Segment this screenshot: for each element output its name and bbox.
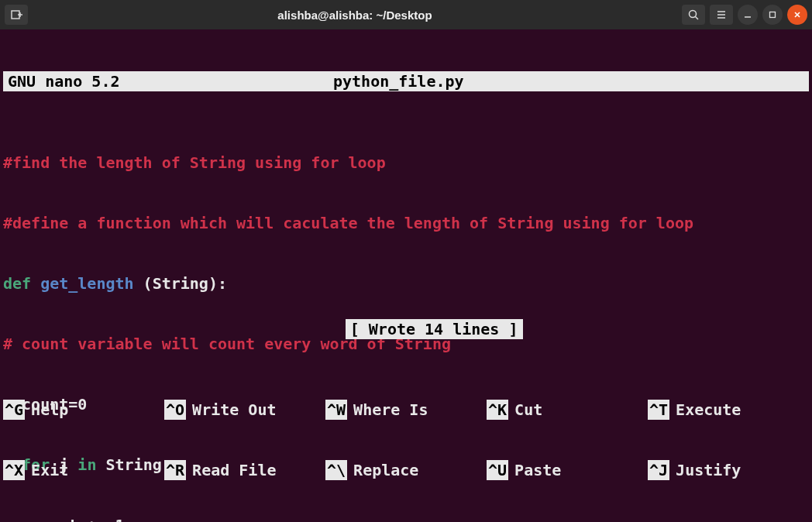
nano-header: GNU nano 5.2 python_file.py	[3, 71, 809, 91]
shortcut: ^KCut	[487, 400, 648, 420]
minimize-icon	[743, 10, 752, 19]
maximize-icon	[768, 10, 777, 19]
shortcut: ^OWrite Out	[164, 400, 325, 420]
search-icon	[687, 9, 700, 21]
shortcut: ^RRead File	[164, 460, 325, 480]
svg-rect-9	[770, 12, 776, 18]
shortcut: ^UPaste	[487, 460, 648, 480]
code-line: #find the length of String using for loo…	[3, 153, 809, 173]
nano-app-name: GNU nano 5.2	[8, 71, 333, 91]
shortcut-row: ^GHelp ^OWrite Out ^WWhere Is ^KCut ^TEx…	[3, 400, 809, 420]
shortcut-row: ^XExit ^RRead File ^\Replace ^UPaste ^JJ…	[3, 460, 809, 480]
close-button[interactable]	[787, 5, 807, 25]
code-line: #define a function which will caculate t…	[3, 213, 809, 233]
terminal-area[interactable]: GNU nano 5.2 python_file.py #find the le…	[0, 29, 812, 522]
maximize-button[interactable]	[762, 5, 783, 25]
nano-filename: python_file.py	[333, 71, 804, 91]
svg-point-3	[690, 11, 697, 18]
tab-new-icon	[10, 9, 22, 21]
status-line: [ Wrote 14 lines ]	[3, 299, 809, 359]
hamburger-icon	[715, 9, 728, 21]
shortcut: ^TExecute	[648, 400, 809, 420]
svg-line-4	[696, 17, 699, 20]
new-tab-button[interactable]	[5, 5, 28, 25]
shortcut: ^XExit	[3, 460, 164, 480]
shortcut: ^JJustify	[648, 460, 809, 480]
search-button[interactable]	[682, 5, 705, 25]
status-message: [ Wrote 14 lines ]	[346, 319, 523, 339]
window-title: alishba@alishba: ~/Desktop	[28, 9, 682, 22]
shortcut: ^\Replace	[325, 460, 487, 480]
window-titlebar: alishba@alishba: ~/Desktop	[0, 0, 812, 29]
shortcut: ^WWhere Is	[325, 400, 487, 420]
minimize-button[interactable]	[738, 5, 758, 25]
nano-footer: [ Wrote 14 lines ] ^GHelp ^OWrite Out ^W…	[3, 259, 809, 520]
close-icon	[793, 10, 802, 19]
shortcut: ^GHelp	[3, 400, 164, 420]
menu-button[interactable]	[710, 5, 733, 25]
